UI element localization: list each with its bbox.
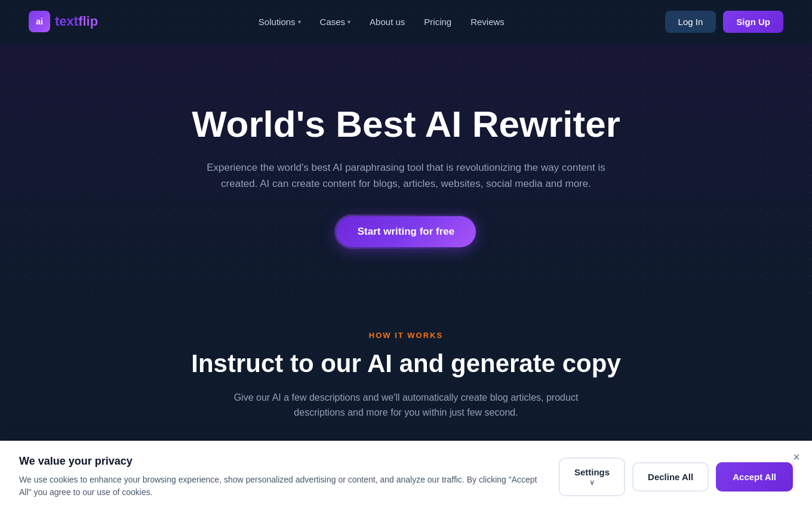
nav-links: Solutions ▾ Cases ▾ About us Pricing Rev… bbox=[251, 12, 512, 32]
nav-link-about[interactable]: About us bbox=[362, 12, 412, 32]
nav-item-solutions: Solutions ▾ bbox=[251, 12, 308, 32]
logo-text-main: text bbox=[55, 14, 78, 29]
cookie-description: We use cookies to enhance your browsing … bbox=[19, 474, 545, 499]
hero-heading: World's Best AI Rewriter bbox=[12, 103, 800, 145]
nav-actions: Log In Sign Up bbox=[665, 11, 783, 33]
logo-text-accent: flip bbox=[78, 14, 98, 29]
cookie-accept-button[interactable]: Accept All bbox=[716, 462, 793, 492]
logo-text: textflip bbox=[55, 14, 98, 29]
nav-link-cases[interactable]: Cases ▾ bbox=[313, 12, 358, 32]
chevron-down-icon: ∨ bbox=[589, 478, 595, 487]
nav-item-pricing: Pricing bbox=[417, 12, 459, 32]
chevron-down-icon: ▾ bbox=[347, 19, 350, 25]
logo[interactable]: ai textflip bbox=[29, 11, 98, 32]
hero-description: Experience the world's best AI paraphras… bbox=[203, 159, 609, 192]
chevron-down-icon: ▾ bbox=[298, 19, 301, 25]
cookie-settings-button[interactable]: Settings ∨ bbox=[559, 457, 625, 496]
nav-link-solutions[interactable]: Solutions ▾ bbox=[251, 12, 308, 32]
section-label: HOW IT WORKS bbox=[12, 331, 800, 340]
signup-button[interactable]: Sign Up bbox=[723, 11, 783, 33]
section-description: Give our AI a few descriptions and we'll… bbox=[215, 390, 597, 420]
logo-icon: ai bbox=[29, 11, 50, 32]
cookie-text-area: We value your privacy We use cookies to … bbox=[19, 455, 545, 499]
cookie-banner: We value your privacy We use cookies to … bbox=[0, 441, 812, 513]
nav-link-reviews[interactable]: Reviews bbox=[463, 12, 512, 32]
nav-item-reviews: Reviews bbox=[463, 12, 512, 32]
login-button[interactable]: Log In bbox=[665, 11, 716, 33]
nav-item-cases: Cases ▾ bbox=[313, 12, 358, 32]
navbar: ai textflip Solutions ▾ Cases ▾ About us bbox=[0, 0, 812, 43]
cookie-actions: Settings ∨ Decline All Accept All bbox=[559, 457, 793, 496]
cookie-settings-label: Settings bbox=[574, 467, 610, 477]
cta-button[interactable]: Start writing for free bbox=[336, 216, 476, 247]
cookie-decline-button[interactable]: Decline All bbox=[632, 462, 709, 492]
hero-section: World's Best AI Rewriter Experience the … bbox=[0, 43, 812, 295]
nav-link-pricing[interactable]: Pricing bbox=[417, 12, 459, 32]
cookie-close-button[interactable]: × bbox=[793, 450, 800, 464]
cookie-title: We value your privacy bbox=[19, 455, 545, 468]
nav-item-about: About us bbox=[362, 12, 412, 32]
logo-ai-text: ai bbox=[36, 17, 43, 26]
section-heading: Instruct to our AI and generate copy bbox=[12, 349, 800, 378]
